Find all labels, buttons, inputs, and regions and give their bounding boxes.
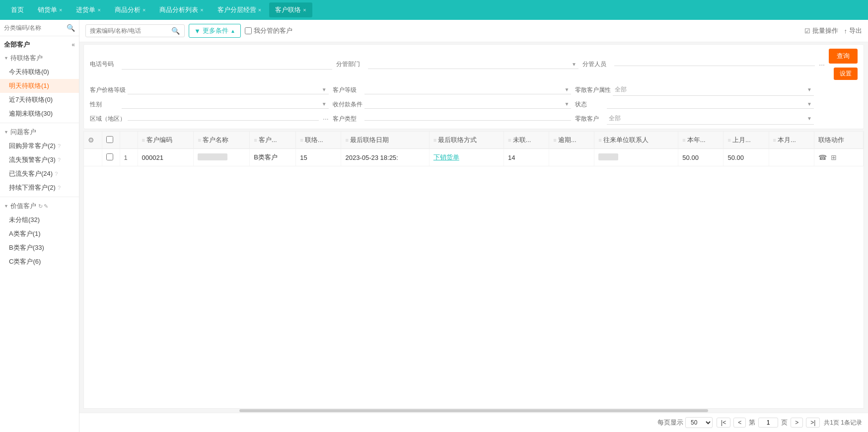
td-action: ☎ ⊞ bbox=[814, 149, 863, 166]
help-icon-declining[interactable]: ? bbox=[58, 185, 61, 191]
sidebar-item-overdue-contact[interactable]: 逾期未联络(30) bbox=[0, 107, 79, 121]
my-customers-checkbox[interactable] bbox=[245, 27, 252, 34]
nav-customer-stratified-close[interactable]: × bbox=[258, 7, 261, 13]
first-page-btn[interactable]: |< bbox=[717, 418, 730, 428]
edit-icon-value[interactable]: ✎ bbox=[44, 203, 48, 210]
sidebar-search-icon[interactable]: 🔍 bbox=[67, 24, 75, 32]
td-contact-person bbox=[594, 149, 678, 166]
select-all-checkbox[interactable] bbox=[106, 136, 113, 143]
help-icon-abnormal[interactable]: ? bbox=[58, 143, 61, 149]
more-conditions-btn[interactable]: ▼ 更多条件 ▲ bbox=[189, 24, 241, 38]
prev-page-btn[interactable]: < bbox=[733, 418, 746, 428]
column-settings-icon[interactable]: ⚙ bbox=[88, 136, 94, 144]
th-last-month[interactable]: 上月... bbox=[723, 132, 769, 149]
nav-customer-contact-close[interactable]: × bbox=[303, 7, 306, 13]
filter-customer-level: 客户等级 ▼ bbox=[333, 85, 572, 94]
th-code[interactable]: 客户编码 bbox=[138, 132, 194, 149]
nav-product-analysis-list[interactable]: 商品分析列表 × bbox=[153, 2, 209, 17]
filter-phone-input[interactable] bbox=[122, 59, 332, 70]
nav-sales-close[interactable]: × bbox=[59, 7, 62, 13]
sidebar-divider-2 bbox=[0, 197, 79, 197]
sidebar-group-pending[interactable]: 待联络客户 bbox=[0, 51, 79, 65]
nav-purchase-close[interactable]: × bbox=[97, 7, 100, 13]
set-button[interactable]: 设置 bbox=[834, 68, 858, 80]
action-phone-icon[interactable]: ☎ bbox=[818, 153, 827, 161]
th-contact-person[interactable]: 往来单位联系人 bbox=[594, 132, 678, 149]
footer-nav: |< < 第 页 > >| bbox=[717, 418, 820, 428]
sidebar-item-abnormal-label: 回购异常客户(2) bbox=[9, 142, 56, 150]
th-code-label: 客户编码 bbox=[146, 136, 172, 144]
sidebar-item-declining[interactable]: 持续下滑客户(2) ? bbox=[0, 181, 79, 195]
th-this-month[interactable]: 本月... bbox=[769, 132, 814, 149]
page-size-select[interactable]: 50 100 bbox=[685, 417, 713, 428]
export-btn[interactable]: ↑ 导出 bbox=[844, 26, 863, 35]
th-un-contact[interactable]: 未联... bbox=[504, 132, 549, 149]
help-icon-lost[interactable]: ? bbox=[55, 171, 58, 177]
my-customers-checkbox-area: 我分管的客户 bbox=[245, 26, 292, 35]
th-last-contact-method[interactable]: 最后联络方式 bbox=[429, 132, 504, 149]
batch-ops-btn[interactable]: ☑ 批量操作 bbox=[804, 26, 838, 35]
filter-payment-select[interactable]: ▼ bbox=[364, 100, 572, 109]
sidebar-item-lost[interactable]: 已流失客户(24) ? bbox=[0, 167, 79, 181]
last-page-btn[interactable]: >| bbox=[806, 418, 820, 428]
nav-product-analysis-list-close[interactable]: × bbox=[200, 7, 203, 13]
next-page-btn[interactable]: > bbox=[791, 418, 803, 428]
nav-customer-contact[interactable]: 客户联络 × bbox=[269, 2, 312, 17]
th-last-contact-date[interactable]: 最后联络日期 bbox=[341, 132, 429, 149]
filter-person-more[interactable]: ··· bbox=[819, 61, 825, 69]
td-gear bbox=[84, 149, 102, 166]
filter-retail-attr-select[interactable]: 全部 ▼ bbox=[613, 84, 814, 96]
last-contact-method-link[interactable]: 下销货单 bbox=[434, 153, 459, 161]
th-contacts[interactable]: 联络... bbox=[296, 132, 341, 149]
sidebar-group-value[interactable]: 价值客户 ↻ ✎ bbox=[0, 199, 79, 213]
sidebar-item-week-label: 近7天待联络(0) bbox=[9, 95, 53, 104]
sidebar-item-warning-label: 流失预警客户(3) bbox=[9, 155, 56, 164]
nav-purchase[interactable]: 进货单 × bbox=[70, 2, 106, 17]
sidebar-item-b-type[interactable]: B类客户(33) bbox=[0, 241, 79, 255]
filter-person-select[interactable] bbox=[614, 63, 815, 66]
filter-price-level-select[interactable]: ▼ bbox=[128, 85, 329, 94]
filter-phone-label: 电话号码 bbox=[90, 60, 120, 69]
th-overdue[interactable]: 逾期... bbox=[549, 132, 594, 149]
filter-customer-type-select[interactable] bbox=[364, 117, 572, 121]
main-search-input[interactable] bbox=[90, 27, 169, 34]
refresh-icon-value[interactable]: ↻ bbox=[38, 203, 43, 210]
sidebar-item-a-type[interactable]: A类客户(1) bbox=[0, 227, 79, 241]
filter-row-2: 客户价格等级 ▼ 客户等级 ▼ 零散客户属性 全部 bbox=[90, 84, 858, 96]
sidebar-search-input[interactable] bbox=[4, 24, 65, 31]
th-this-year[interactable]: 本年... bbox=[678, 132, 723, 149]
th-type[interactable]: 客户... bbox=[250, 132, 296, 149]
filter-region-select[interactable] bbox=[128, 117, 319, 121]
current-page-input[interactable] bbox=[758, 418, 778, 428]
filter-status-select[interactable]: ▼ bbox=[607, 100, 814, 109]
th-name[interactable]: 客户名称 bbox=[194, 132, 250, 149]
filter-region-label: 区域（地区） bbox=[90, 115, 126, 123]
filter-customer-level-select[interactable]: ▼ bbox=[364, 85, 572, 94]
horizontal-scrollbar[interactable] bbox=[83, 409, 864, 413]
action-grid-icon[interactable]: ⊞ bbox=[831, 153, 837, 161]
sidebar-item-ungrouped[interactable]: 未分组(32) bbox=[0, 213, 79, 227]
filter-retail-customer-select[interactable]: 全部 ▼ bbox=[607, 113, 814, 125]
filter-region-more[interactable]: ··· bbox=[323, 115, 329, 123]
filter-gender-select[interactable]: ▼ bbox=[122, 100, 329, 109]
sidebar-item-today[interactable]: 今天待联络(0) bbox=[0, 65, 79, 79]
sidebar-item-tomorrow[interactable]: 明天待联络(1) bbox=[0, 79, 79, 93]
help-icon-warning[interactable]: ? bbox=[58, 157, 61, 163]
sidebar-item-abnormal[interactable]: 回购异常客户(2) ? bbox=[0, 139, 79, 153]
main-search-icon[interactable]: 🔍 bbox=[171, 27, 180, 35]
nav-customer-stratified[interactable]: 客户分层经营 × bbox=[212, 2, 267, 17]
nav-product-analysis[interactable]: 商品分析 × bbox=[109, 2, 151, 17]
filter-dept: 分管部门 ▼ bbox=[336, 60, 579, 69]
nav-sales[interactable]: 销货单 × bbox=[32, 2, 68, 17]
query-button[interactable]: 查询 bbox=[829, 49, 858, 64]
sidebar-group-problem[interactable]: 问题客户 bbox=[0, 125, 79, 139]
sidebar-item-week[interactable]: 近7天待联络(0) bbox=[0, 93, 79, 107]
nav-home[interactable]: 首页 bbox=[5, 2, 30, 17]
row-checkbox[interactable] bbox=[106, 153, 113, 160]
sidebar-item-c-type[interactable]: C类客户(6) bbox=[0, 255, 79, 269]
sidebar-item-warning[interactable]: 流失预警客户(3) ? bbox=[0, 153, 79, 167]
filter-dept-select[interactable]: ▼ bbox=[368, 60, 579, 69]
nav-product-analysis-close[interactable]: × bbox=[143, 7, 145, 13]
my-customers-label: 我分管的客户 bbox=[254, 26, 292, 35]
sidebar-all-customers[interactable]: 全部客户 « bbox=[0, 36, 79, 51]
